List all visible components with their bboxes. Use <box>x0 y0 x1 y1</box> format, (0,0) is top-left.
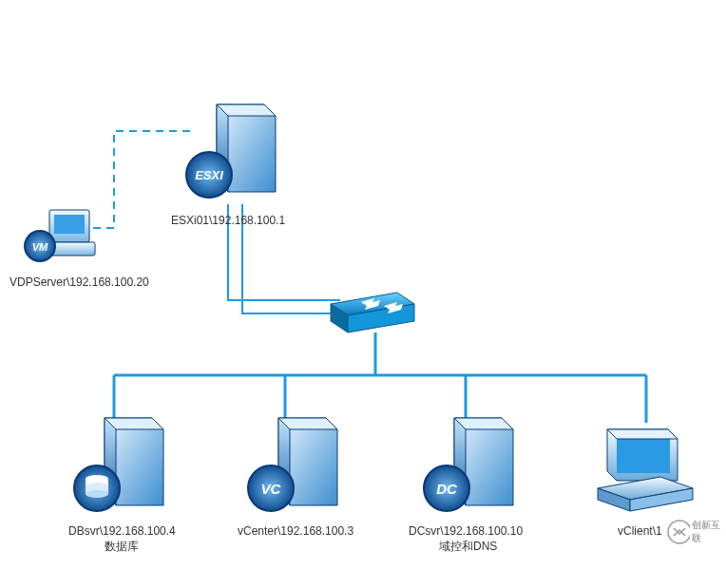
dc-server-icon: DC <box>418 408 523 522</box>
svg-text:ESXI: ESXI <box>195 168 223 182</box>
esxi-label: ESXi01\192.168.100.1 <box>171 214 285 229</box>
db-label-2: 数据库 <box>105 540 139 555</box>
vclient-pc-icon <box>594 418 698 522</box>
svg-point-47 <box>668 521 690 543</box>
diagram-canvas: ESXI ESXi01\192.168.100.1 VM VDPServer\1… <box>0 0 726 588</box>
svg-marker-43 <box>607 429 678 439</box>
svg-text:VM: VM <box>32 241 48 253</box>
svg-text:VC: VC <box>261 481 282 497</box>
watermark-text: 创新互联 <box>692 519 726 545</box>
svg-text:DC: DC <box>436 481 458 497</box>
vdp-label: VDPServer\192.168.100.20 <box>10 275 149 291</box>
network-switch-icon <box>323 285 418 342</box>
svg-point-29 <box>86 490 108 498</box>
svg-rect-12 <box>54 215 85 234</box>
db-label-1: DBsvr\192.168.100.4 <box>68 524 176 540</box>
dc-label-2: 域控和DNS <box>439 540 497 555</box>
dc-label-1: DCsvr\192.168.100.10 <box>409 524 523 540</box>
vclient-label: vClient\1 <box>618 524 662 540</box>
db-server-icon <box>68 408 173 522</box>
vcenter-label: vCenter\192.168.100.3 <box>238 524 353 540</box>
watermark: 创新互联 <box>667 508 726 556</box>
vdp-server-icon: VM <box>21 204 97 271</box>
watermark-logo-icon <box>667 520 690 544</box>
esxi-server-icon: ESXI <box>181 95 285 209</box>
svg-marker-42 <box>617 439 670 473</box>
vcenter-server-icon: VC <box>242 408 347 522</box>
